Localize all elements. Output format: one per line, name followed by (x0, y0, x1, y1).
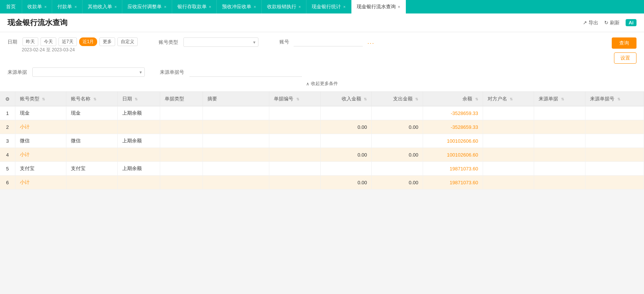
close-icon[interactable]: × (74, 4, 77, 9)
cell-source-doc (534, 120, 585, 134)
export-icon: ↗ (583, 20, 587, 25)
sort-icon[interactable]: ⇅ (415, 97, 418, 101)
cell-income (320, 134, 372, 148)
account-input[interactable] (294, 37, 363, 46)
col-date: 日期 ⇅ (117, 92, 160, 106)
table-wrapper: ⚙ 账号类型 ⇅ 账号名称 ⇅ 日期 ⇅ 单据类型 摘要 (0, 92, 644, 190)
cell-account-type: 小计 (15, 176, 66, 190)
cell-account-type: 小计 (15, 148, 66, 162)
sort-icon[interactable]: ⇅ (510, 97, 513, 101)
cell-account-name (66, 148, 118, 162)
nav-item-7[interactable]: 现金银行统计 × (306, 0, 351, 13)
sort-icon[interactable]: ⇅ (135, 97, 138, 101)
custom-btn[interactable]: 自定义 (117, 37, 138, 46)
source-doc-select[interactable] (32, 67, 145, 77)
cell-summary (203, 106, 269, 120)
ai-button[interactable]: Ai (626, 19, 636, 26)
sort-icon[interactable]: ⇅ (42, 97, 45, 101)
nav-item-1[interactable]: 付款单 × (52, 0, 82, 13)
source-doc-no-label: 来源单据号 (160, 69, 184, 76)
today-btn[interactable]: 今天 (41, 37, 56, 46)
nav-item-0[interactable]: 收款单 × (22, 0, 52, 13)
cell-source-doc (534, 106, 585, 120)
close-icon[interactable]: × (254, 4, 256, 9)
sort-icon[interactable]: ⇅ (475, 97, 478, 101)
cell-date: 上期余额 (117, 134, 160, 148)
sort-icon[interactable]: ⇅ (296, 97, 299, 101)
top-nav: 首页 收款单 × 付款单 × 其他收入单 × 应收应付调整单 × 银行存取款单 … (0, 0, 644, 13)
col-income: 收入金额 ⇅ (320, 92, 372, 106)
cell-source-doc-no (585, 106, 644, 120)
cell-account-name (66, 120, 118, 134)
more-btn[interactable]: 更多 (99, 37, 115, 46)
cell-account-type: 微信 (15, 134, 66, 148)
cell-doc-type (160, 176, 203, 190)
cell-income: 0.00 (320, 148, 372, 162)
cell-expense (372, 162, 423, 176)
nav-item-6[interactable]: 收款核销执行 × (262, 0, 306, 13)
yesterday-btn[interactable]: 昨天 (23, 37, 38, 46)
cell-balance: 100102606.60 (423, 134, 483, 148)
col-counterpart: 对方户名 ⇅ (483, 92, 534, 106)
nav-item-3[interactable]: 应收应付调整单 × (122, 0, 172, 13)
near7-btn[interactable]: 近7天 (59, 37, 77, 46)
cell-expense (372, 134, 423, 148)
cell-num: 4 (0, 148, 15, 162)
account-type-wrapper (183, 37, 258, 47)
settings-gear-icon[interactable]: ⚙ (5, 96, 10, 102)
query-button[interactable]: 查询 (612, 37, 636, 49)
collapse-button[interactable]: ∧ 收起更多条件 (306, 81, 338, 87)
sort-icon[interactable]: ⇅ (617, 97, 620, 101)
date-label: 日期 (8, 39, 17, 45)
cell-counterpart (483, 120, 534, 134)
nav-item-2[interactable]: 其他收入单 × (83, 0, 122, 13)
close-icon[interactable]: × (164, 4, 166, 9)
cell-source-doc-no (585, 148, 644, 162)
export-button[interactable]: ↗ 导出 (583, 19, 598, 26)
nav-item-4[interactable]: 银行存取款单 × (172, 0, 217, 13)
account-type-select[interactable] (183, 37, 258, 47)
near1m-btn[interactable]: 近1月 (79, 37, 98, 46)
date-range: 2023-02-24 至 2023-03-24 (22, 47, 75, 52)
cell-account-name: 支付宝 (66, 162, 118, 176)
collapse-icon: ∧ (306, 81, 309, 87)
col-settings[interactable]: ⚙ (0, 92, 15, 106)
col-balance: 余额 ⇅ (423, 92, 483, 106)
close-icon[interactable]: × (114, 4, 117, 9)
account-type-label: 账号类型 (159, 39, 178, 46)
cell-source-doc-no (585, 134, 644, 148)
cell-doc-no (269, 120, 321, 134)
cell-source-doc-no (585, 176, 644, 190)
sort-icon[interactable]: ⇅ (364, 97, 367, 101)
close-icon[interactable]: × (343, 4, 345, 9)
close-icon[interactable]: × (44, 4, 47, 9)
source-doc-no-input[interactable] (189, 68, 302, 77)
cell-balance: 100102606.60 (423, 148, 483, 162)
header-actions: ↗ 导出 ↻ 刷新 Ai (583, 19, 636, 26)
cell-date: 上期余额 (117, 106, 160, 120)
cell-counterpart (483, 148, 534, 162)
cell-source-doc-no (585, 120, 644, 134)
account-dots-btn[interactable]: ... (367, 39, 374, 45)
sort-icon[interactable]: ⇅ (561, 97, 564, 101)
cell-num: 5 (0, 162, 15, 176)
settings-button[interactable]: 设置 (614, 52, 636, 64)
cell-summary (203, 120, 269, 134)
refresh-button[interactable]: ↻ 刷新 (604, 19, 620, 26)
sort-icon[interactable]: ⇅ (93, 97, 96, 101)
col-doc-no: 单据编号 ⇅ (269, 92, 321, 106)
table-row: 2 小计 0.00 0.00 -3528659.33 (0, 120, 644, 134)
cell-doc-no (269, 134, 321, 148)
close-icon[interactable]: × (398, 4, 400, 9)
nav-item-8[interactable]: 现金银行流水查询 × (351, 0, 406, 13)
cell-doc-no (269, 148, 321, 162)
page-header: 现金银行流水查询 ↗ 导出 ↻ 刷新 Ai (0, 13, 644, 32)
close-icon[interactable]: × (209, 4, 211, 9)
table-row: 4 小计 0.00 0.00 100102606.60 (0, 148, 644, 162)
close-icon[interactable]: × (299, 4, 301, 9)
cell-summary (203, 134, 269, 148)
nav-home[interactable]: 首页 (0, 0, 22, 13)
nav-item-5[interactable]: 预收冲应收单 × (217, 0, 261, 13)
cell-doc-no (269, 176, 321, 190)
cell-counterpart (483, 176, 534, 190)
